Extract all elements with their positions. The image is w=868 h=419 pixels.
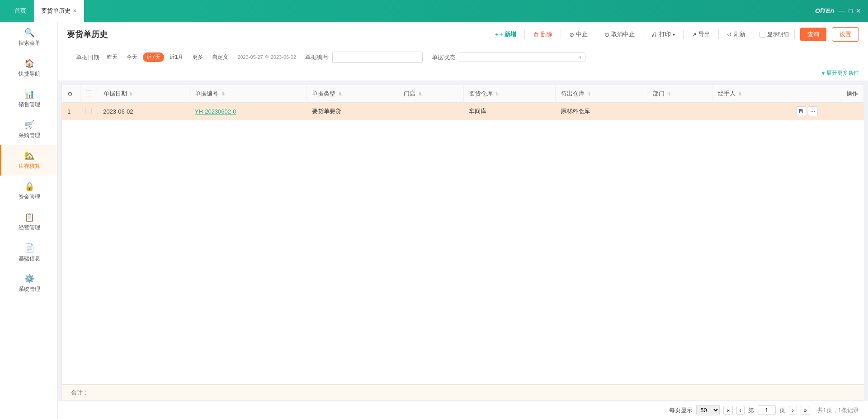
tab-requisition-history[interactable]: 要货单历史 × xyxy=(34,0,84,22)
delete-icon: 🗑 xyxy=(533,31,539,38)
display-fine-toggle[interactable]: 显示明细 xyxy=(760,31,789,38)
th-department[interactable]: 部门 ⇅ xyxy=(647,85,712,103)
sidebar-item-finance[interactable]: 🔒 资金管理 xyxy=(0,176,57,206)
date-btn-more[interactable]: 更多 xyxy=(189,52,207,62)
finance-icon: 🔒 xyxy=(24,181,34,191)
sidebar-item-inventory[interactable]: 🏡 库存核算 xyxy=(0,145,57,176)
sys-mgmt-icon: ⚙️ xyxy=(24,274,34,284)
sidebar-item-purchase-mgmt[interactable]: 🛒 采购管理 xyxy=(0,114,57,145)
th-store[interactable]: 门店 ⇅ xyxy=(398,85,464,103)
td-handler xyxy=(712,103,791,120)
td-pending-warehouse: 原材料仓库 xyxy=(555,103,647,120)
date-btn-yesterday[interactable]: 昨天 xyxy=(103,52,121,62)
total-info: 共1页，1条记录 xyxy=(817,406,859,414)
page-title: 要货单历史 xyxy=(67,29,108,40)
operations-icon: 📋 xyxy=(24,212,34,222)
brand-label: OfTEn xyxy=(815,7,834,14)
export-button[interactable]: ↗ 导出 xyxy=(689,29,713,40)
tab-home[interactable]: 首页 xyxy=(7,0,34,22)
select-all-checkbox[interactable] xyxy=(86,90,92,96)
base-info-icon: 📄 xyxy=(24,243,34,253)
th-handler[interactable]: 经手人 ⇅ xyxy=(712,85,791,103)
th-doc-type[interactable]: 单据类型 ⇅ xyxy=(307,85,398,103)
page-title-row: 要货单历史 + + 新增 🗑 删除 ⊘ xyxy=(67,27,859,42)
sidebar-item-label: 经营管理 xyxy=(19,224,40,232)
sidebar-item-sys-mgmt[interactable]: ⚙️ 系统管理 xyxy=(0,268,57,299)
expand-button[interactable]: ▾ 展开更多条件 xyxy=(822,69,859,77)
th-doc-no[interactable]: 单据编号 ⇅ xyxy=(189,85,307,103)
row-more-icon[interactable]: ⋯ xyxy=(808,106,818,116)
refresh-button[interactable]: ↺ 刷新 xyxy=(724,29,748,40)
page-suffix: 页 xyxy=(779,406,785,414)
new-button[interactable]: + + 新增 xyxy=(492,29,519,40)
last-page-button[interactable]: » xyxy=(801,406,810,415)
doc-no-label: 单据编号 xyxy=(305,53,329,62)
stop-button[interactable]: ⊘ 中止 xyxy=(566,29,590,40)
date-btn-custom[interactable]: 自定义 xyxy=(208,52,232,62)
toolbar: + + 新增 🗑 删除 ⊘ 中止 xyxy=(492,27,859,42)
print-icon: 🖨 xyxy=(651,31,657,38)
th-actions: 操作 xyxy=(791,85,863,103)
tab-close-icon[interactable]: × xyxy=(73,8,76,14)
print-button[interactable]: 🖨 打印 ▾ xyxy=(649,29,678,40)
td-department xyxy=(647,103,712,120)
sort-department-icon: ⇅ xyxy=(667,91,670,96)
doc-no-link[interactable]: YH-20230602-0 xyxy=(195,108,236,115)
divider-2 xyxy=(561,30,561,39)
doc-no-filter-group: 单据编号 xyxy=(305,52,423,63)
td-checkbox[interactable] xyxy=(80,103,98,120)
th-req-warehouse[interactable]: 要货仓库 ⇅ xyxy=(463,85,555,103)
divider-3 xyxy=(596,30,596,39)
date-btn-7days[interactable]: 近7天 xyxy=(143,52,164,62)
sidebar-item-label: 系统管理 xyxy=(19,286,40,293)
divider-4 xyxy=(643,30,643,39)
sidebar-item-quick-nav[interactable]: 🏠 快捷导航 xyxy=(0,52,57,83)
expand-icon: ▾ xyxy=(822,70,825,76)
sidebar-item-base-info[interactable]: 📄 基础信息 xyxy=(0,237,57,268)
maximize-btn[interactable]: □ xyxy=(849,7,852,14)
content-area: 要货单历史 + + 新增 🗑 删除 ⊘ xyxy=(58,22,868,419)
date-btn-1month[interactable]: 近1月 xyxy=(166,52,187,62)
th-checkbox[interactable] xyxy=(80,85,98,103)
th-pending-warehouse[interactable]: 待出仓库 ⇅ xyxy=(555,85,647,103)
th-doc-date[interactable]: 单据日期 ⇅ xyxy=(98,85,189,103)
td-actions: 🖹 ⋯ xyxy=(791,103,863,120)
page-label: 第 xyxy=(748,406,754,414)
first-page-button[interactable]: « xyxy=(723,406,733,415)
cancel-stop-icon: ⊙ xyxy=(604,31,609,38)
page-input[interactable] xyxy=(758,405,776,415)
cancel-stop-button[interactable]: ⊙ 取消中止 xyxy=(602,29,637,40)
delete-button[interactable]: 🗑 删除 xyxy=(530,29,555,40)
minimize-btn[interactable]: — xyxy=(838,7,845,15)
sidebar-item-search-menu[interactable]: 🔍 搜索菜单 xyxy=(0,22,57,52)
display-fine-checkbox[interactable] xyxy=(760,32,765,38)
status-label: 单据状态 xyxy=(432,53,455,62)
prev-page-button[interactable]: ‹ xyxy=(736,406,745,415)
th-settings[interactable]: ⚙ xyxy=(62,85,80,103)
td-doc-no[interactable]: YH-20230602-0 xyxy=(189,103,307,120)
query-button[interactable]: 查询 xyxy=(800,28,826,41)
export-icon: ↗ xyxy=(692,31,697,38)
purchase-mgmt-icon: 🛒 xyxy=(24,120,34,130)
new-icon: + xyxy=(495,31,499,38)
table-body: 1 2023-06-02 YH-20230602-0 要货单要货 车间库 xyxy=(62,103,864,120)
per-page-select[interactable]: 50 10 20 100 xyxy=(696,405,720,415)
row-view-icon[interactable]: 🖹 xyxy=(796,106,806,116)
next-page-button[interactable]: › xyxy=(789,406,797,415)
per-page-label: 每页显示 xyxy=(669,406,693,414)
status-select[interactable]: ▾ xyxy=(459,52,585,62)
row-checkbox[interactable] xyxy=(85,108,92,114)
stop-icon: ⊘ xyxy=(569,31,574,38)
close-btn[interactable]: × xyxy=(856,6,861,16)
sidebar-item-sales-mgmt[interactable]: 📊 销售管理 xyxy=(0,83,57,114)
date-filter-buttons: 昨天 今天 近7天 近1月 更多 自定义 xyxy=(103,52,232,62)
date-btn-today[interactable]: 今天 xyxy=(123,52,141,62)
sidebar-item-label: 基础信息 xyxy=(19,255,40,262)
inventory-icon: 🏡 xyxy=(24,151,34,161)
sidebar-item-operations[interactable]: 📋 经营管理 xyxy=(0,206,57,237)
settings-button[interactable]: 设置 xyxy=(832,27,859,42)
doc-no-input[interactable] xyxy=(332,52,423,63)
sort-pending-warehouse-icon: ⇅ xyxy=(587,91,590,96)
data-table: ⚙ 单据日期 ⇅ 单据编号 ⇅ xyxy=(62,85,864,120)
status-filter-group: 单据状态 ▾ xyxy=(432,52,585,62)
